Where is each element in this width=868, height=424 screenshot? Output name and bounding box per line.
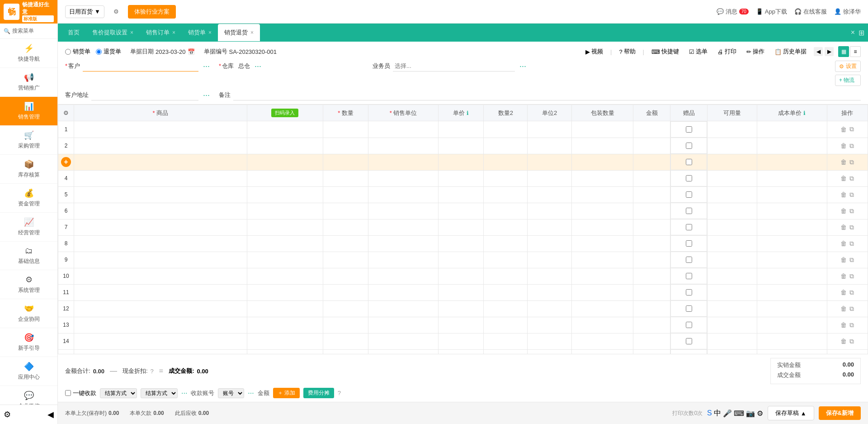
- copy-icon[interactable]: ⧉: [849, 224, 854, 231]
- tab-sales-order[interactable]: 销售订单 ×: [140, 24, 182, 41]
- copy-icon[interactable]: ⧉: [849, 305, 854, 313]
- help-btn[interactable]: ? 帮助: [616, 46, 638, 57]
- video-btn[interactable]: ▶ 视频: [583, 46, 606, 57]
- sidebar-item-operations[interactable]: 📈 经营管理: [0, 213, 57, 242]
- copy-icon[interactable]: ⧉: [849, 207, 854, 215]
- account-no-select[interactable]: 账号: [218, 388, 244, 398]
- shortcut-btn[interactable]: ⌨ 快捷键: [649, 46, 682, 57]
- sidebar-item-shortcut[interactable]: ⚡ 快捷导航: [0, 39, 57, 68]
- address-select-icon[interactable]: ···: [203, 91, 210, 100]
- gift-checkbox[interactable]: [686, 273, 692, 279]
- radio-sales-return[interactable]: 退货单: [96, 48, 121, 56]
- settings-icon[interactable]: ⚙: [4, 410, 11, 419]
- customer-input[interactable]: [83, 61, 198, 71]
- account-dots[interactable]: ···: [181, 389, 187, 397]
- scan-input-button[interactable]: 扫码录入: [271, 109, 298, 117]
- customer-select-icon[interactable]: ···: [203, 62, 210, 71]
- operate-btn[interactable]: ✏ 操作: [744, 46, 767, 57]
- sidebar-item-marketing[interactable]: 📢 营销推广: [0, 68, 57, 97]
- one-click-payment-checkbox[interactable]: [65, 390, 71, 396]
- gift-checkbox[interactable]: [686, 208, 692, 214]
- collapse-icon[interactable]: ◀: [47, 410, 54, 419]
- user-avatar[interactable]: 👤 徐泽华: [834, 8, 861, 16]
- sidebar-item-basic[interactable]: 🗂 基础信息: [0, 242, 57, 270]
- sidebar-item-finance[interactable]: 💰 资金管理: [0, 184, 57, 213]
- setting-button[interactable]: ⚙ 设置: [835, 61, 861, 72]
- delete-icon[interactable]: 🗑: [840, 207, 847, 214]
- delete-icon[interactable]: 🗑: [840, 305, 847, 312]
- copy-icon[interactable]: ⧉: [849, 158, 854, 166]
- gift-checkbox[interactable]: [686, 191, 692, 198]
- delete-icon[interactable]: 🗑: [840, 240, 847, 247]
- copy-icon[interactable]: ⧉: [849, 142, 854, 150]
- delete-icon[interactable]: 🗑: [840, 224, 847, 231]
- sidebar-item-enterprise[interactable]: 🤝 企业协同: [0, 299, 57, 328]
- add-payment-btn[interactable]: ＋ 添加: [273, 388, 300, 398]
- delete-icon[interactable]: 🗑: [840, 338, 847, 345]
- copy-icon[interactable]: ⧉: [849, 240, 854, 248]
- delete-icon[interactable]: 🗑: [840, 256, 847, 263]
- tab-sales-delivery[interactable]: 销货单 ×: [182, 24, 218, 41]
- gift-checkbox[interactable]: [686, 240, 692, 247]
- sidebar-item-purchase[interactable]: 🛒 采购管理: [0, 126, 57, 155]
- copy-icon[interactable]: ⧉: [849, 175, 854, 182]
- sidebar-item-inventory[interactable]: 📦 库存核算: [0, 155, 57, 184]
- remark-input[interactable]: [233, 90, 861, 100]
- product-input[interactable]: [77, 159, 244, 166]
- select-order-btn[interactable]: ☑ 选单: [686, 46, 710, 57]
- staff-select-icon[interactable]: ···: [519, 62, 526, 71]
- trial-button[interactable]: 体验行业方案: [128, 5, 176, 19]
- price-info-icon[interactable]: ℹ: [467, 110, 469, 116]
- radio-sales-delivery[interactable]: 销货单: [65, 48, 90, 56]
- sidebar-item-system[interactable]: ⚙ 系统管理: [0, 270, 57, 299]
- copy-icon[interactable]: ⧉: [849, 338, 854, 345]
- gift-checkbox[interactable]: [686, 257, 692, 263]
- warehouse-select-icon[interactable]: ···: [255, 62, 261, 71]
- message-button[interactable]: 💬 消息 70: [717, 8, 749, 16]
- add-payment-button[interactable]: ＋ 添加: [273, 388, 300, 398]
- gift-checkbox[interactable]: [686, 289, 692, 295]
- delete-icon[interactable]: 🗑: [840, 191, 847, 198]
- delete-icon[interactable]: 🗑: [840, 142, 847, 149]
- industry-dropdown[interactable]: 日用百货 ▼: [65, 5, 104, 18]
- calendar-icon[interactable]: 📅: [188, 48, 195, 55]
- expand-tab-icon[interactable]: ⊞: [859, 29, 864, 37]
- gear-icon[interactable]: ⚙: [110, 5, 123, 18]
- copy-icon[interactable]: ⧉: [849, 272, 854, 280]
- gift-checkbox[interactable]: [686, 175, 692, 181]
- close-tab-icon[interactable]: ×: [851, 29, 855, 37]
- gift-checkbox[interactable]: [686, 126, 692, 133]
- scroll-right[interactable]: ▶: [825, 47, 834, 56]
- copy-icon[interactable]: ⧉: [849, 191, 854, 199]
- gift-checkbox[interactable]: [686, 159, 692, 165]
- add-logistics-button[interactable]: + 物流: [835, 75, 861, 86]
- staff-input[interactable]: [393, 61, 515, 71]
- add-row-button[interactable]: +: [61, 157, 71, 167]
- copy-icon[interactable]: ⧉: [849, 289, 854, 296]
- history-btn[interactable]: 📋 历史单据: [772, 46, 809, 57]
- save-new-button[interactable]: 保存&新增: [819, 406, 861, 420]
- expense-split-button[interactable]: 费用分摊: [303, 388, 334, 398]
- tab-home[interactable]: 首页: [61, 24, 86, 41]
- gift-checkbox[interactable]: [686, 143, 692, 149]
- gift-checkbox[interactable]: [686, 322, 692, 328]
- sidebar-item-guide[interactable]: 🎯 新手引导: [0, 328, 57, 357]
- delete-icon[interactable]: 🗑: [840, 272, 847, 280]
- delete-icon[interactable]: 🗑: [840, 158, 847, 166]
- account-type-select[interactable]: 结算方式: [141, 388, 178, 398]
- print-btn[interactable]: 🖨 打印: [715, 46, 739, 57]
- tab-close-icon[interactable]: ×: [172, 29, 175, 36]
- list-view-btn[interactable]: ≡: [850, 46, 861, 57]
- tab-close-icon[interactable]: ×: [208, 29, 212, 36]
- sidebar-item-apps[interactable]: 🔷 应用中心: [0, 357, 57, 386]
- sidebar-search[interactable]: 🔍 搜索菜单: [0, 24, 57, 39]
- copy-icon[interactable]: ⧉: [849, 256, 854, 264]
- discount-help-icon[interactable]: ?: [151, 368, 154, 375]
- online-service-button[interactable]: 🎧 在线客服: [794, 8, 827, 16]
- delete-icon[interactable]: 🗑: [840, 175, 847, 182]
- tab-close-icon[interactable]: ×: [250, 29, 254, 36]
- expense-help-icon[interactable]: ?: [338, 390, 341, 396]
- copy-icon[interactable]: ⧉: [849, 321, 854, 329]
- copy-icon[interactable]: ⧉: [849, 125, 854, 133]
- gift-checkbox[interactable]: [686, 305, 692, 312]
